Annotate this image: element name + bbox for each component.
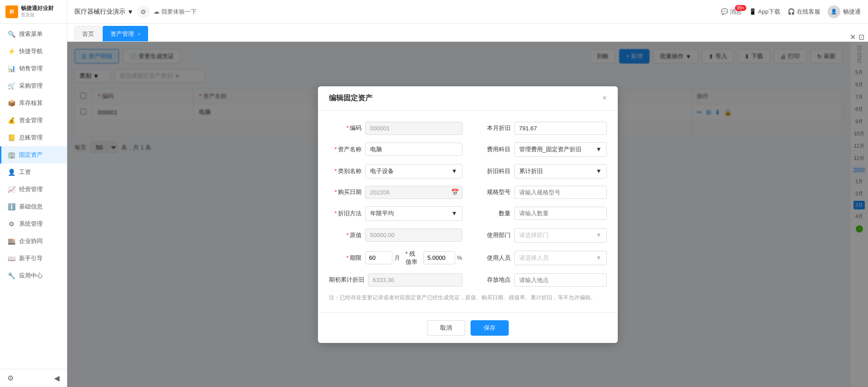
enterprise-icon: 🏬 [7, 237, 15, 245]
spec-input[interactable] [514, 186, 607, 199]
quantity-input[interactable] [514, 207, 607, 220]
sidebar-item-system[interactable]: ⚙ 系统管理 [0, 215, 67, 233]
purchase-icon: 🛒 [7, 82, 15, 90]
tab-asset-label: 资产管理 [110, 30, 134, 38]
chevron-down-icon: ▼ [596, 232, 602, 238]
message-icon: 💬 [721, 8, 728, 15]
collapse-icon[interactable]: ◀ [54, 374, 60, 382]
original-value-input[interactable] [365, 228, 462, 242]
sidebar-item-guide[interactable]: 📖 新手引导 [0, 250, 67, 267]
topbar-settings-button[interactable]: ⚙ [137, 5, 150, 18]
date-input-wrap: 📅 [365, 186, 462, 199]
sidebar-item-label: 基础信息 [19, 203, 43, 211]
finance-icon: 💰 [7, 116, 15, 124]
purchase-date-label: *购买日期 [329, 188, 365, 196]
req-mark: * 残值率 [406, 250, 418, 266]
category-select-modal[interactable]: 电子设备 ▼ [365, 164, 462, 179]
cloud-icon: ☁ [154, 8, 159, 15]
form-row-dep-method: *折旧方法 年限平均 ▼ [329, 206, 462, 221]
form-row-category: *类别名称 电子设备 ▼ [329, 164, 462, 179]
sidebar-item-enterprise[interactable]: 🏬 企业协同 [0, 233, 67, 250]
message-button[interactable]: 💬 消息 99+ [721, 8, 742, 16]
sidebar-item-sales[interactable]: 📊 销售管理 [0, 60, 67, 77]
code-label: *编码 [329, 124, 365, 132]
sidebar-nav: 🔍 搜索菜单 ⚡ 快捷导航 📊 销售管理 🛒 采购管理 📦 库存核算 💰 资金管… [0, 24, 67, 369]
sidebar-item-purchase[interactable]: 🛒 采购管理 [0, 77, 67, 94]
form-row-period: *期限 月 * 残值率 % [329, 250, 462, 266]
storage-input[interactable] [514, 273, 607, 287]
form-row-asset-name: *资产名称 [329, 142, 462, 157]
sidebar-item-quick-nav[interactable]: ⚡ 快捷导航 [0, 43, 67, 60]
sidebar-item-label: 快捷导航 [19, 47, 43, 55]
quantity-label: 数量 [473, 209, 514, 218]
period-input[interactable] [365, 251, 392, 264]
period-inline: 月 * 残值率 % [365, 250, 462, 266]
tab-controls: ✕ ⊡ [850, 33, 868, 41]
sidebar-item-label: 经营管理 [19, 185, 43, 194]
tab-asset-management[interactable]: 资产管理 × [103, 26, 148, 41]
save-button[interactable]: 保存 [471, 320, 509, 336]
modal-footer: 取消 保存 [318, 313, 618, 343]
period-unit: 月 [394, 254, 400, 262]
form-row-expense-subject: 费用科目 管理费用_固定资产折旧 ▼ [473, 142, 607, 157]
window-close-icon[interactable]: ✕ [850, 33, 856, 41]
expense-subject-select[interactable]: 管理费用_固定资产折旧 ▼ [514, 142, 607, 157]
tab-home[interactable]: 首页 [74, 26, 102, 41]
username-label: 畅捷通 [843, 8, 861, 16]
edit-asset-modal: 编辑固定资产 × *编码 本月折旧 [318, 86, 618, 343]
modal-close-button[interactable]: × [602, 94, 606, 102]
customer-service-button[interactable]: 🎧 在线客服 [788, 8, 820, 16]
sidebar-item-base-info[interactable]: ℹ️ 基础信息 [0, 198, 67, 215]
tabbar: 首页 资产管理 × ✕ ⊡ [67, 24, 868, 42]
chevron-down-icon: ▼ [451, 210, 457, 217]
base-icon: ℹ️ [7, 203, 15, 211]
category-label: *类别名称 [329, 167, 365, 175]
cancel-button[interactable]: 取消 [427, 320, 465, 336]
headset-icon: 🎧 [788, 8, 795, 15]
user-area[interactable]: 👤 畅捷通 [828, 5, 861, 18]
sidebar-item-label: 资金管理 [19, 116, 43, 124]
app-download-button[interactable]: 📱 App下载 [749, 8, 780, 16]
department-select[interactable]: 请选择部门 ▼ [514, 228, 607, 243]
code-input[interactable] [365, 122, 462, 135]
sidebar-item-label: 销售管理 [19, 64, 43, 73]
logo-text: 畅捷通好业财 普及版 [21, 5, 54, 19]
tab-close-icon[interactable]: × [138, 31, 140, 37]
experience-button[interactable]: ☁ 我要体验一下 [154, 8, 197, 16]
initial-dep-input[interactable] [368, 273, 462, 287]
calendar-icon[interactable]: 📅 [451, 189, 459, 196]
sidebar-item-search[interactable]: 🔍 搜索菜单 [0, 25, 67, 43]
sidebar-item-business[interactable]: 📈 经营管理 [0, 181, 67, 198]
sidebar-item-payroll[interactable]: 👤 工资 [0, 164, 67, 181]
user-select[interactable]: 请选择人员 ▼ [514, 251, 607, 265]
dep-subject-select[interactable]: 累计折旧 ▼ [514, 164, 607, 179]
content-area: ☰ 资产明细 📄 变更生成凭证 刘账 + 新增 批量操作 ▼ [67, 42, 868, 387]
initial-dep-label: 期初累计折旧 [329, 276, 368, 284]
sidebar-item-ledger[interactable]: 📒 总账管理 [0, 129, 67, 146]
form-row-this-month-depreciation: 本月折旧 [473, 122, 607, 135]
tab-home-label: 首页 [82, 30, 94, 38]
assets-icon: 🏢 [7, 151, 15, 159]
search-icon: 🔍 [7, 30, 15, 38]
sidebar-bottom: ⚙ ◀ [0, 369, 67, 387]
sidebar-item-finance[interactable]: 💰 资金管理 [0, 112, 67, 129]
sidebar-item-label: 新手引导 [19, 254, 43, 263]
settings-icon[interactable]: ⚙ [7, 374, 14, 382]
dep-method-label: *折旧方法 [329, 209, 365, 218]
company-name[interactable]: 医疗器械行业演示 ▼ [74, 8, 134, 16]
residual-rate-input[interactable] [423, 251, 455, 264]
asset-name-label: *资产名称 [329, 145, 365, 154]
department-label: 使用部门 [473, 231, 514, 239]
sidebar-logo: 财 畅捷通好业财 普及版 [0, 0, 67, 24]
purchase-date-input[interactable] [365, 186, 462, 199]
form-row-storage: 存放地点 [473, 273, 607, 287]
this-month-dep-input[interactable] [514, 122, 607, 135]
guide-icon: 📖 [7, 254, 15, 263]
asset-name-input[interactable] [365, 143, 462, 156]
sidebar-item-app-center[interactable]: 🔧 应用中心 [0, 267, 67, 284]
dep-method-select[interactable]: 年限平均 ▼ [365, 206, 462, 221]
window-expand-icon[interactable]: ⊡ [858, 33, 864, 41]
sidebar-item-fixed-assets[interactable]: 🏢 固定资产 [0, 146, 67, 164]
sidebar-item-inventory[interactable]: 📦 库存核算 [0, 94, 67, 112]
storage-label: 存放地点 [473, 276, 514, 284]
